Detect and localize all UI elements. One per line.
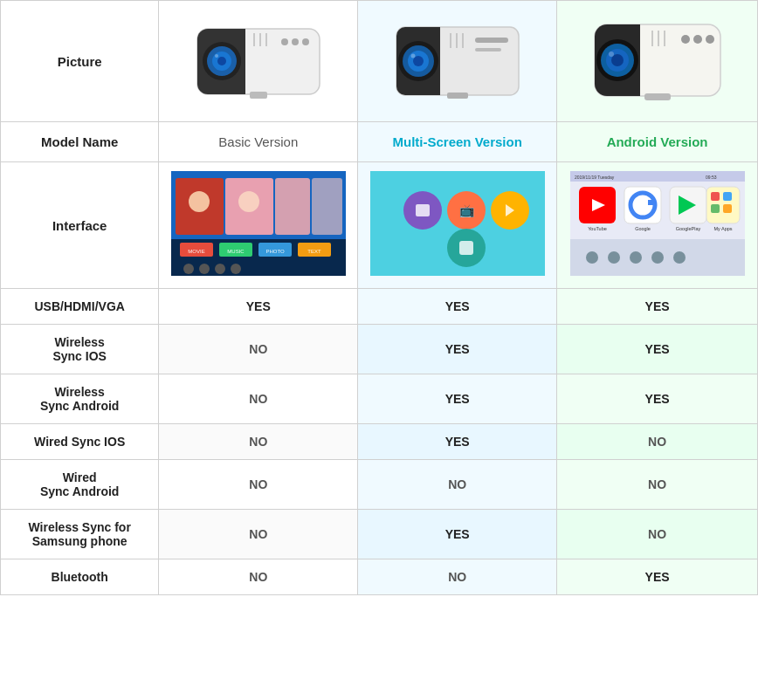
- wired-sync-android-basic-val: NO: [249, 477, 267, 491]
- bluetooth-multi-val: NO: [448, 570, 466, 584]
- wired-sync-ios-multi: YES: [358, 424, 557, 460]
- bluetooth-multi: NO: [358, 559, 557, 595]
- interface-android-img: 2019/11/19 Tuesday 09:53 YouTube Google …: [570, 171, 745, 276]
- wired-sync-ios-text: Wired Sync IOS: [34, 435, 125, 449]
- interface-basic-img: MOVIE MUSIC PHOTO TEXT: [171, 171, 346, 276]
- bluetooth-text: Bluetooth: [52, 570, 108, 584]
- bluetooth-basic: NO: [159, 559, 358, 595]
- wired-sync-ios-basic-val: NO: [249, 435, 267, 449]
- wireless-sync-android-text: Wireless Sync Android: [40, 385, 120, 413]
- svg-rect-14: [250, 92, 267, 99]
- interface-android: 2019/11/19 Tuesday 09:53 YouTube Google …: [557, 162, 758, 289]
- svg-point-61: [199, 264, 210, 274]
- bluetooth-android-val: YES: [645, 570, 670, 584]
- picture-android: [557, 1, 758, 122]
- svg-point-95: [586, 251, 598, 264]
- wireless-sync-ios-label: Wireless Sync IOS: [1, 325, 159, 374]
- model-android-cell: Android Version: [557, 122, 758, 162]
- svg-rect-89: [711, 192, 720, 201]
- svg-point-11: [281, 38, 288, 45]
- svg-text:MOVIE: MOVIE: [188, 249, 204, 254]
- wireless-sync-samsung-multi-val: YES: [445, 527, 470, 541]
- wired-sync-ios-basic: NO: [159, 424, 358, 460]
- wired-sync-ios-multi-val: YES: [445, 435, 470, 449]
- projector-basic-img: [189, 11, 328, 107]
- svg-rect-43: [644, 93, 671, 100]
- wired-sync-ios-android: NO: [557, 424, 758, 460]
- svg-text:2019/11/19 Tuesday: 2019/11/19 Tuesday: [575, 175, 615, 180]
- svg-point-49: [189, 191, 210, 212]
- svg-text:GooglePlay: GooglePlay: [675, 226, 700, 231]
- wireless-sync-samsung-android: NO: [557, 510, 758, 559]
- model-basic-value: Basic Version: [218, 134, 298, 149]
- svg-point-40: [681, 35, 690, 44]
- model-name-header: Model Name: [41, 134, 118, 149]
- wireless-sync-ios-android: YES: [557, 325, 758, 374]
- svg-point-12: [292, 38, 299, 45]
- picture-multi: [358, 1, 557, 122]
- usb-hdmi-vga-android-val: YES: [645, 299, 670, 313]
- model-name-row: Model Name Basic Version Multi-Screen Ve…: [1, 122, 758, 162]
- wireless-sync-samsung-basic-val: NO: [249, 527, 267, 541]
- svg-point-96: [608, 251, 620, 264]
- svg-point-41: [693, 35, 702, 44]
- interface-multi: 📺: [358, 162, 557, 289]
- wireless-sync-android-basic-val: NO: [249, 392, 267, 406]
- interface-label: Interface: [1, 162, 159, 289]
- bluetooth-label: Bluetooth: [1, 559, 159, 595]
- model-android-value: Android Version: [607, 134, 708, 149]
- bluetooth-android: YES: [557, 559, 758, 595]
- wireless-sync-android-basic: NO: [159, 374, 358, 424]
- svg-text:PHOTO: PHOTO: [265, 249, 285, 254]
- svg-rect-83: [648, 200, 656, 205]
- wireless-sync-android-android-val: YES: [645, 392, 670, 406]
- svg-point-7: [215, 54, 218, 58]
- wired-sync-android-android-val: NO: [648, 477, 666, 491]
- model-multi-value: Multi-Screen Version: [392, 134, 521, 149]
- interface-row: Interface MOVIE MUSIC: [1, 162, 758, 289]
- wired-sync-android-android: NO: [557, 460, 758, 510]
- svg-rect-48: [312, 178, 342, 235]
- svg-point-21: [413, 56, 424, 66]
- svg-text:09:53: 09:53: [706, 175, 717, 180]
- wireless-sync-android-multi-val: YES: [445, 392, 470, 406]
- model-multi-cell: Multi-Screen Version: [358, 122, 557, 162]
- usb-hdmi-vga-row: USB/HDMI/VGA YES YES YES: [1, 289, 758, 325]
- svg-rect-47: [275, 178, 310, 235]
- svg-point-60: [183, 264, 194, 274]
- usb-hdmi-vga-android: YES: [557, 289, 758, 325]
- svg-rect-91: [711, 204, 720, 213]
- svg-point-22: [410, 54, 415, 58]
- svg-text:Google: Google: [635, 226, 651, 231]
- wireless-sync-ios-basic-val: NO: [249, 342, 267, 356]
- svg-point-6: [217, 57, 226, 65]
- bluetooth-row: Bluetooth NO NO YES: [1, 559, 758, 595]
- wireless-sync-ios-basic: NO: [159, 325, 358, 374]
- usb-hdmi-vga-multi: YES: [358, 289, 557, 325]
- picture-label: Picture: [1, 1, 159, 122]
- wireless-sync-samsung-android-val: NO: [648, 527, 666, 541]
- wireless-sync-samsung-text: Wireless Sync for Samsung phone: [28, 520, 130, 548]
- interface-header: Interface: [52, 218, 107, 233]
- picture-basic: [159, 1, 358, 122]
- wired-sync-ios-label: Wired Sync IOS: [1, 424, 159, 460]
- interface-basic: MOVIE MUSIC PHOTO TEXT: [159, 162, 358, 289]
- svg-point-97: [630, 251, 642, 264]
- projector-multi-img: [388, 11, 527, 107]
- svg-rect-92: [723, 204, 732, 213]
- comparison-table: Picture: [0, 0, 758, 595]
- svg-point-13: [302, 38, 309, 45]
- wired-sync-android-row: Wired Sync Android NO NO NO: [1, 460, 758, 510]
- svg-point-98: [651, 251, 664, 264]
- wireless-sync-ios-text: Wireless Sync IOS: [52, 335, 106, 363]
- svg-point-50: [238, 191, 259, 212]
- wireless-sync-ios-multi: YES: [358, 325, 557, 374]
- row-label-picture: Picture: [58, 54, 102, 69]
- usb-hdmi-vga-multi-val: YES: [445, 299, 470, 313]
- model-basic-cell: Basic Version: [159, 122, 358, 162]
- wired-sync-android-text: Wired Sync Android: [40, 470, 120, 498]
- wireless-sync-android-multi: YES: [358, 374, 557, 424]
- wireless-sync-samsung-basic: NO: [159, 510, 358, 559]
- wireless-sync-samsung-label: Wireless Sync for Samsung phone: [1, 510, 159, 559]
- usb-hdmi-vga-basic-val: YES: [246, 299, 271, 313]
